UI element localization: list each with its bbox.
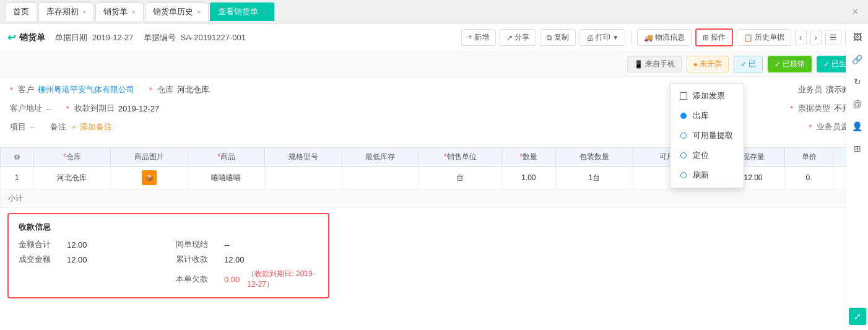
col-qty: *数量 [501,148,555,167]
locate-icon [679,151,688,160]
col-image: 商品图片 [111,148,188,167]
tab-sales-order-label: 销货单 [103,6,128,17]
print-button[interactable]: 🖨 打印 ▼ [579,29,625,46]
doc-header: ↩ 销货单 单据日期 2019-12-27 单据编号 SA-20191227-0… [0,24,868,52]
add-note-button[interactable]: ＋ 添加备注 [70,121,112,132]
cell-pkg-qty: 1台 [556,167,633,189]
doc-number-label: 单据编号 SA-20191227-001 [144,32,246,43]
col-product: *商品 [188,148,265,167]
staff2-required-star: * [809,123,812,132]
subtotal-label: 小计 [1,189,868,208]
right-sidebar: 🖼 🔗 ↻ @ 👤 ⊞ ⤢ [846,24,868,330]
check-button[interactable]: ✓ 已 [734,56,763,72]
summary-grid: 金额合计 12.00 同单现结 -- 成交金额 12.00 累计收款 12.00… [19,239,318,290]
available-qty-icon [679,131,688,140]
current-due-row: 本单欠款 0.00 （收款到期日: 2019-12-27） [176,269,318,290]
cell-seq: 1 [1,167,34,189]
ticket-required-star: * [790,104,793,113]
copy-button[interactable]: ⧉ 复制 [540,29,576,46]
cell-qty: 1.00 [501,167,555,189]
divider [631,32,631,44]
due-note: （收款到期日: 2019-12-27） [247,269,318,290]
logistics-icon: 🚚 [644,33,653,42]
subtotal-row: 小计 [1,189,868,208]
from-phone-button[interactable]: 📱 来自手机 [627,56,682,72]
sidebar-rotate-icon[interactable]: ↻ [849,73,866,90]
due-date-field: * 收款到期日 2019-12-27 [66,103,160,114]
col-warehouse: *仓库 [33,148,111,167]
project-field: 项目 -- [10,121,35,132]
tab-sales-order[interactable]: 销货单 × [95,2,143,21]
toolbar-row: 📱 来自手机 ● 未开票 ✓ 已 ✓ 已核销 ✓ 已生效 [0,52,868,77]
summary-title: 收款信息 [19,222,318,233]
grid-view-button[interactable]: ☰ [825,30,841,45]
note-field: 备注 ＋ 添加备注 [50,121,112,132]
doc-title-area: ↩ 销货单 [7,32,45,43]
doc-icon: ↩ [7,32,15,43]
tab-view-sales[interactable]: 查看销货单 × [210,2,274,21]
sidebar-img-icon[interactable]: 🖼 [849,28,866,46]
sold-out-icon: ✓ [775,60,781,69]
tab-home[interactable]: 首页 [5,2,37,21]
print-dropdown-icon: ▼ [612,34,618,41]
dropdown-add-invoice[interactable]: 添加发票 [671,86,744,106]
sidebar-table-icon[interactable]: ⊞ [849,140,866,157]
col-spec: 规格型号 [265,148,342,167]
prev-button[interactable]: ‹ [795,30,806,45]
share-icon: ↗ [506,33,513,42]
doc-date-label: 单据日期 2019-12-27 [55,32,134,43]
history-button[interactable]: 📋 历史单据 [737,29,791,46]
deal-amount-row: 成交金额 12.00 [19,254,161,265]
tab-sales-history[interactable]: 销货单历史 × [145,2,209,21]
next-button[interactable]: › [810,30,822,45]
cell-image: 📦 [111,167,188,189]
customer-required-star: * [10,85,13,95]
check-icon: ✓ [740,60,747,69]
sidebar-expand-icon[interactable]: ⤢ [849,308,866,325]
doc-meta: 单据日期 2019-12-27 单据编号 SA-20191227-001 [55,32,246,43]
operation-icon: ⊞ [703,33,709,42]
window-close-button[interactable]: × [848,6,863,17]
customer-field: * 客户 柳州粤港平安气体有限公司 [10,84,134,95]
copy-icon: ⧉ [547,33,552,42]
tab-sales-order-close[interactable]: × [131,8,135,15]
sold-out-button[interactable]: ✓ 已核销 [768,56,812,72]
cell-product: 嘻嘻嘻嘻 [188,167,265,189]
dropdown-menu: 添加发票 出库 可用量提取 定位 刷新 [670,83,744,188]
add-note-icon: ＋ [70,121,78,132]
tab-sales-history-close[interactable]: × [197,8,201,15]
operation-button[interactable]: ⊞ 操作 [697,30,732,45]
total-collected-row: 累计收款 12.00 [176,254,318,265]
col-min-stock: 最低库存 [342,148,419,167]
product-image: 📦 [142,170,157,185]
tab-view-sales-close[interactable]: × [262,8,266,15]
not-open-button[interactable]: ● 未开票 [687,56,729,72]
cell-spec [265,167,342,189]
dropdown-refresh[interactable]: 刷新 [671,165,744,185]
cell-price: 0. [784,167,833,189]
history-icon: 📋 [744,33,753,42]
cell-min-stock [342,167,419,189]
operation-highlight-box: ⊞ 操作 [695,28,733,46]
phone-icon: 📱 [634,60,643,69]
tab-view-sales-label: 查看销货单 [218,6,258,17]
add-invoice-icon [679,92,688,100]
warehouse-required-star: * [149,85,152,95]
tab-home-label: 首页 [13,6,29,17]
col-settings[interactable]: ⚙ [1,148,34,167]
dropdown-out-warehouse[interactable]: 出库 [671,106,744,126]
sidebar-at-icon[interactable]: @ [849,95,866,113]
share-button[interactable]: ↗ 分享 [500,29,536,46]
col-unit: *销售单位 [419,148,501,167]
tab-inventory-init-close[interactable]: × [82,8,86,15]
logistics-button[interactable]: 🚚 物流信息 [637,29,692,46]
same-order-row: 同单现结 -- [176,239,318,250]
main-content: ↩ 销货单 单据日期 2019-12-27 单据编号 SA-20191227-0… [0,24,868,330]
tab-inventory-init[interactable]: 库存期初 × [38,2,94,21]
sidebar-link-icon[interactable]: 🔗 [849,51,866,68]
new-button[interactable]: + 新增 [461,29,496,46]
amount-total-row: 金额合计 12.00 [19,239,161,250]
dropdown-available-qty[interactable]: 可用量提取 [671,126,744,145]
dropdown-locate[interactable]: 定位 [671,145,744,165]
sidebar-user-icon[interactable]: 👤 [849,118,866,135]
